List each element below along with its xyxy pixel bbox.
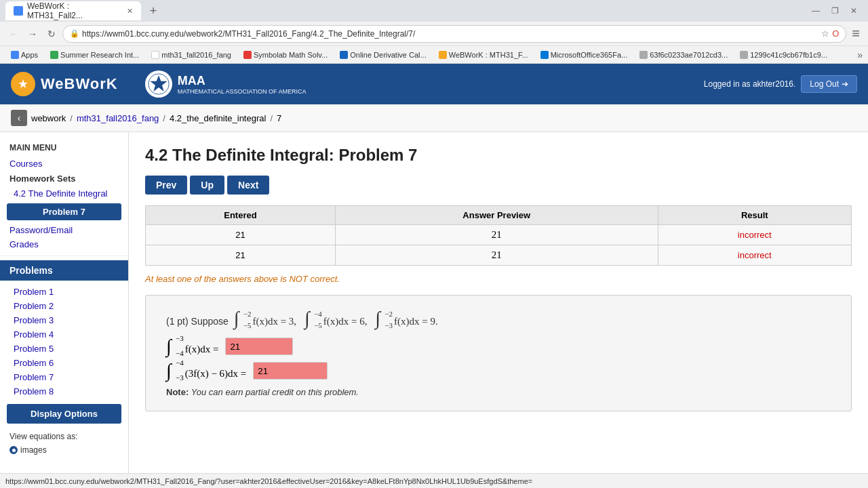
- ms365-icon: [540, 51, 549, 59]
- table-row: 21 21 incorrect: [146, 225, 852, 245]
- bookmark-webwork[interactable]: WeBWorK : MTH31_F...: [433, 49, 534, 60]
- breadcrumb-course-link[interactable]: mth31_fall2016_fang: [77, 113, 159, 123]
- sidebar-item-problem-1[interactable]: Problem 1: [0, 285, 128, 299]
- entered-2: 21: [146, 245, 336, 266]
- sidebar-item-courses[interactable]: Courses: [0, 157, 128, 171]
- tab-close-button[interactable]: ✕: [127, 7, 133, 16]
- preview-1: 21: [335, 225, 658, 245]
- integral-q1: ∫ −3 −4 f(x)dx =: [166, 337, 218, 356]
- lock-icon: 🔒: [70, 29, 79, 38]
- error-message: At least one of the answers above is NOT…: [145, 274, 852, 284]
- logout-label: Log Out: [810, 79, 839, 89]
- result-1: incorrect: [658, 225, 851, 245]
- integral-q2: ∫ −4 −3 (3f(x) − 6)dx =: [166, 361, 246, 380]
- bookmarks-overflow[interactable]: »: [857, 49, 863, 60]
- maximize-button[interactable]: ❐: [826, 2, 844, 20]
- logged-in-text: Logged in as akhter2016.: [704, 79, 795, 89]
- status-bar: https://wwm01.bcc.cuny.edu/webwork2/MTH3…: [0, 473, 868, 488]
- sidebar-item-problem-6[interactable]: Problem 6: [0, 356, 128, 370]
- minimize-button[interactable]: —: [807, 2, 825, 20]
- answer-input-1[interactable]: [225, 338, 293, 355]
- summer-icon: [50, 51, 58, 59]
- derivative-icon: [340, 51, 348, 59]
- new-tab-button[interactable]: +: [144, 1, 163, 20]
- symbolab-icon: [243, 51, 252, 59]
- next-button[interactable]: Next: [227, 176, 269, 195]
- prev-button[interactable]: Prev: [145, 176, 187, 195]
- bookmark-symbolab-label: Symbolab Math Solv...: [254, 51, 328, 59]
- bookmark-mth31[interactable]: mth31_fall2016_fang: [146, 49, 237, 60]
- bookmark-derivative-label: Online Derivative Cal...: [350, 51, 427, 59]
- integral-1: ∫ −2 −5 f(x)dx = 3,: [234, 309, 296, 331]
- sidebar-item-problem-7[interactable]: Problem 7: [0, 370, 128, 384]
- integral-3: ∫ −2 −3 f(x)dx = 9.: [375, 309, 437, 331]
- sidebar-item-problem-5[interactable]: Problem 5: [0, 342, 128, 356]
- result-2: incorrect: [658, 245, 851, 266]
- sidebar: MAIN MENU Courses Homework Sets 4.2 The …: [0, 132, 129, 488]
- forward-button[interactable]: →: [24, 26, 41, 42]
- problem-text: (1 pt) Suppose ∫ −2 −5 f(x)dx = 3, ∫ −4: [166, 309, 831, 331]
- main-content: 4.2 The Definite Integral: Problem 7 Pre…: [129, 132, 868, 488]
- apps-icon: [11, 51, 19, 59]
- breadcrumb-sep-1: /: [70, 113, 73, 123]
- webwork-bm-icon: [439, 51, 447, 59]
- problem-pts: (1 pt): [166, 316, 189, 327]
- note-text: You can earn partial credit on this prob…: [191, 387, 359, 397]
- bookmark-mth31-label: mth31_fall2016_fang: [161, 51, 231, 59]
- bookmark-ms365-label: MicrosoftOffice365Fa...: [551, 51, 628, 59]
- bookmark-63f6-label: 63f6c0233ae7012cd3...: [650, 51, 728, 59]
- extensions-icon[interactable]: ≡: [849, 26, 863, 41]
- back-button[interactable]: ←: [5, 26, 22, 42]
- breadcrumb-back-button[interactable]: ‹: [11, 110, 27, 126]
- bookmark-1299[interactable]: 1299c41c9cb67fb1c9...: [734, 49, 833, 60]
- problems-header-label: Problems: [0, 260, 128, 281]
- breadcrumb-sep-2: /: [163, 113, 165, 123]
- bookmark-63f6[interactable]: 63f6c0233ae7012cd3...: [634, 49, 733, 60]
- answer-input-2[interactable]: [253, 362, 328, 380]
- display-options-button[interactable]: Display Options: [7, 404, 121, 424]
- bookmark-star-icon[interactable]: ☆: [821, 28, 829, 39]
- tab-title: WeBWorK : MTH31_Fall2...: [27, 1, 120, 20]
- bookmark-symbolab[interactable]: Symbolab Math Solv...: [238, 49, 333, 60]
- problem-title: 4.2 The Definite Integral: Problem 7: [145, 146, 852, 165]
- close-button[interactable]: ✕: [845, 2, 863, 20]
- maa-abbr: MAA: [178, 74, 307, 88]
- sidebar-item-grades[interactable]: Grades: [0, 237, 128, 251]
- up-button[interactable]: Up: [190, 176, 224, 195]
- webwork-logo: ★ WeBWorK: [11, 72, 118, 96]
- integral-2: ∫ −4 −5 f(x)dx = 6,: [304, 309, 367, 331]
- tab-favicon: [14, 6, 23, 16]
- sidebar-item-password[interactable]: Password/Email: [0, 223, 128, 237]
- webwork-star-icon: ★: [11, 72, 35, 96]
- problem-box: (1 pt) Suppose ∫ −2 −5 f(x)dx = 3, ∫ −4: [145, 295, 852, 411]
- bookmark-derivative[interactable]: Online Derivative Cal...: [334, 49, 432, 60]
- note-area: Note: You can earn partial credit on thi…: [166, 387, 831, 397]
- bookmark-1299-label: 1299c41c9cb67fb1c9...: [750, 51, 827, 59]
- entered-1: 21: [146, 225, 336, 245]
- breadcrumb-sep-3: /: [270, 113, 273, 123]
- bookmark-summer[interactable]: Summer Research Int...: [45, 49, 144, 60]
- sidebar-active-problem-button[interactable]: Problem 7: [7, 203, 121, 220]
- bookmarks-bar: Apps Summer Research Int... mth31_fall20…: [0, 46, 868, 64]
- input-row-2: ∫ −4 −3 (3f(x) − 6)dx =: [166, 361, 831, 380]
- address-bar[interactable]: 🔒 https://wwm01.bcc.cuny.edu/webwork2/MT…: [62, 25, 846, 43]
- sidebar-item-problem-8[interactable]: Problem 8: [0, 384, 128, 399]
- logout-button[interactable]: Log Out ➔: [801, 75, 857, 93]
- view-option-images[interactable]: images: [0, 444, 128, 456]
- answer-table: Entered Answer Preview Result 21 21 inco…: [145, 205, 852, 266]
- sidebar-item-problem-2[interactable]: Problem 2: [0, 299, 128, 313]
- radio-images-icon: [9, 446, 18, 454]
- browser-tab[interactable]: WeBWorK : MTH31_Fall2... ✕: [5, 1, 141, 20]
- sidebar-item-definite-integral[interactable]: 4.2 The Definite Integral: [0, 186, 128, 201]
- view-equations-label: View equations as:: [0, 429, 128, 444]
- bookmark-webwork-label: WeBWorK : MTH31_F...: [449, 51, 528, 59]
- sidebar-main-menu-label: MAIN MENU: [0, 139, 128, 157]
- sidebar-homework-sets-label: Homework Sets: [0, 171, 128, 186]
- sidebar-item-problem-3[interactable]: Problem 3: [0, 313, 128, 327]
- reload-button[interactable]: ↻: [43, 26, 60, 42]
- sidebar-item-problem-4[interactable]: Problem 4: [0, 327, 128, 342]
- 1299-icon: [740, 51, 748, 59]
- col-entered: Entered: [146, 206, 336, 225]
- bookmark-apps[interactable]: Apps: [5, 49, 43, 60]
- bookmark-ms365[interactable]: MicrosoftOffice365Fa...: [535, 49, 633, 60]
